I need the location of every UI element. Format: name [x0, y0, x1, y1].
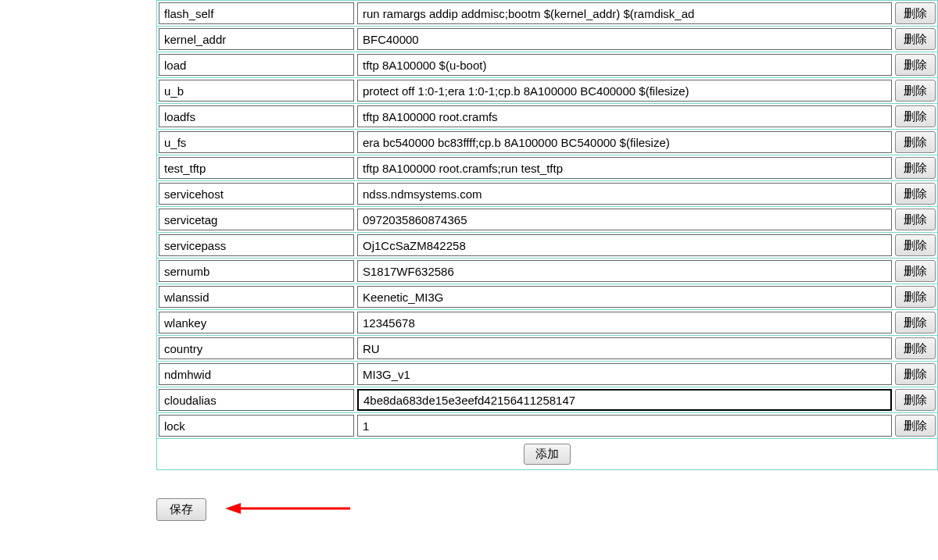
delete-button[interactable]: 删除 [895, 131, 936, 153]
env-value-input[interactable] [357, 157, 892, 179]
env-key-input[interactable] [159, 183, 354, 205]
env-row: 删除 [156, 52, 938, 78]
env-key-input[interactable] [159, 209, 354, 230]
delete-button[interactable]: 删除 [895, 157, 936, 179]
env-value-input[interactable] [357, 337, 892, 359]
env-value-input[interactable] [357, 131, 892, 153]
env-key-input[interactable] [159, 28, 354, 50]
env-value-input[interactable] [357, 80, 892, 102]
env-value-input[interactable] [357, 312, 892, 334]
env-row: 删除 [156, 181, 938, 207]
env-key-input[interactable] [159, 389, 354, 411]
env-row: 删除 [156, 155, 938, 181]
env-row: 删除 [156, 78, 938, 104]
delete-button[interactable]: 删除 [895, 183, 936, 205]
arrow-annotation-icon [225, 499, 350, 520]
env-row: 删除 [156, 310, 938, 336]
delete-button[interactable]: 删除 [895, 2, 936, 24]
env-row: 删除 [156, 413, 938, 439]
delete-button[interactable]: 删除 [895, 28, 936, 50]
env-key-input[interactable] [159, 105, 354, 127]
delete-button[interactable]: 删除 [895, 234, 936, 256]
env-key-input[interactable] [159, 80, 354, 102]
env-row: 删除 [156, 233, 938, 259]
env-value-input[interactable] [357, 28, 892, 50]
delete-button[interactable]: 删除 [895, 389, 936, 411]
env-row: 删除 [156, 0, 938, 27]
env-key-input[interactable] [159, 415, 354, 437]
delete-button[interactable]: 删除 [895, 54, 936, 76]
env-value-input[interactable] [357, 54, 892, 76]
env-value-input[interactable] [357, 286, 892, 308]
delete-button[interactable]: 删除 [895, 363, 936, 385]
env-row: 删除 [156, 387, 938, 413]
env-value-input[interactable] [357, 2, 892, 24]
env-row: 删除 [156, 27, 938, 52]
save-row: 保存 [156, 498, 938, 521]
env-row: 删除 [156, 259, 938, 284]
env-key-input[interactable] [159, 234, 354, 256]
delete-button[interactable]: 删除 [895, 209, 936, 230]
env-value-input[interactable] [357, 415, 892, 437]
env-row: 删除 [156, 336, 938, 362]
env-value-input[interactable] [357, 209, 892, 230]
env-value-input[interactable] [357, 105, 892, 127]
env-value-input[interactable] [357, 389, 892, 411]
env-value-input[interactable] [357, 260, 892, 282]
env-key-input[interactable] [159, 312, 354, 334]
delete-button[interactable]: 删除 [895, 260, 936, 282]
delete-button[interactable]: 删除 [895, 337, 936, 359]
delete-button[interactable]: 删除 [895, 415, 936, 437]
env-row: 删除 [156, 284, 938, 310]
env-value-input[interactable] [357, 363, 892, 385]
svg-marker-1 [225, 503, 241, 514]
env-value-input[interactable] [357, 183, 892, 205]
add-row: 添加 [156, 439, 938, 470]
env-value-input[interactable] [357, 234, 892, 256]
env-key-input[interactable] [159, 260, 354, 282]
save-button[interactable]: 保存 [156, 498, 206, 521]
add-button[interactable]: 添加 [524, 444, 571, 465]
env-row: 删除 [156, 104, 938, 130]
env-key-input[interactable] [159, 157, 354, 179]
env-key-input[interactable] [159, 2, 354, 24]
env-row: 删除 [156, 207, 938, 233]
env-row: 删除 [156, 130, 938, 155]
env-vars-table: 删除删除删除删除删除删除删除删除删除删除删除删除删除删除删除删除删除 添加 保存 [156, 0, 938, 521]
env-key-input[interactable] [159, 131, 354, 153]
delete-button[interactable]: 删除 [895, 105, 936, 127]
delete-button[interactable]: 删除 [895, 80, 936, 102]
env-key-input[interactable] [159, 337, 354, 359]
env-key-input[interactable] [159, 54, 354, 76]
env-row: 删除 [156, 362, 938, 387]
env-key-input[interactable] [159, 286, 354, 308]
delete-button[interactable]: 删除 [895, 286, 936, 308]
env-key-input[interactable] [159, 363, 354, 385]
delete-button[interactable]: 删除 [895, 312, 936, 334]
